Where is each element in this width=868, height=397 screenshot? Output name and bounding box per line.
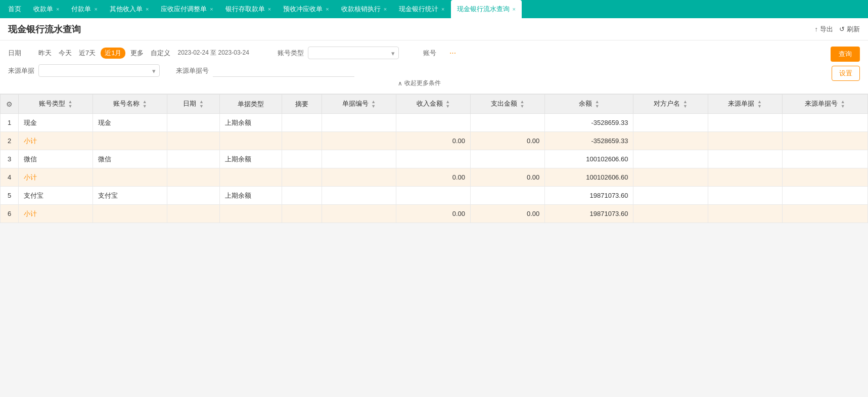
collapse-label: 收起更多条件 — [404, 79, 441, 87]
column-doc-no[interactable]: 单据编号 ▲▼ — [322, 95, 396, 114]
nav-payment-label: 付款单 — [71, 0, 91, 18]
table-row[interactable]: 3微信微信上期余额100102606.60 — [1, 150, 868, 168]
table-row[interactable]: 2小计0.000.00-3528659.33 — [1, 132, 868, 150]
column-gear: ⚙ — [1, 95, 19, 114]
refresh-icon: ↺ — [839, 25, 845, 33]
nav-item-advance[interactable]: 预收冲应收单 × — [277, 0, 335, 18]
account-type-select-wrapper — [308, 47, 399, 59]
export-button[interactable]: ↑ 导出 — [815, 25, 834, 34]
query-button[interactable]: 查询 — [831, 47, 860, 62]
date-label: 日期 — [8, 49, 28, 58]
table-gear-icon[interactable]: ⚙ — [6, 100, 13, 108]
filter-right-actions: 查询 设置 — [831, 47, 860, 81]
table-row[interactable]: 5支付宝支付宝上期余额19871073.60 — [1, 187, 868, 205]
sort-source-doc-no: ▲▼ — [841, 100, 845, 109]
nav-payment-close[interactable]: × — [94, 0, 97, 18]
filter-area: 日期 昨天 今天 近7天 近1月 更多 自定义 2023-02-24 至 202… — [0, 40, 868, 94]
nav-item-bank-deposit[interactable]: 银行存取款单 × — [219, 0, 277, 18]
table-row[interactable]: 1现金现金上期余额-3528659.33 — [1, 114, 868, 132]
date-opt-more[interactable]: 更多 — [128, 48, 146, 59]
nav-bank-deposit-close[interactable]: × — [268, 0, 271, 18]
nav-home-label: 首页 — [8, 0, 21, 18]
nav-item-home[interactable]: 首页 — [2, 0, 27, 18]
table-body: 1现金现金上期余额-3528659.332小计0.000.00-3528659.… — [1, 114, 868, 223]
account-type-select[interactable] — [308, 47, 399, 59]
nav-cash-flow-close[interactable]: × — [513, 0, 516, 18]
sort-source-doc: ▲▼ — [757, 100, 762, 109]
nav-ar-ap-close[interactable]: × — [210, 0, 213, 18]
column-account-type[interactable]: 账号类型 ▲▼ — [19, 95, 93, 114]
date-opt-1month[interactable]: 近1月 — [101, 48, 125, 59]
collapse-row: ∧ 收起更多条件 — [8, 79, 831, 87]
source-doc-select-wrapper — [38, 64, 160, 77]
collapse-icon: ∧ — [398, 80, 402, 87]
column-source-doc-no[interactable]: 来源单据号 ▲▼ — [782, 95, 867, 114]
refresh-label: 刷新 — [847, 25, 860, 34]
source-doc-group: 来源单据 — [8, 64, 160, 77]
source-doc-label: 来源单据 — [8, 66, 34, 75]
export-label: 导出 — [820, 25, 833, 34]
column-expense[interactable]: 支出金额 ▲▼ — [471, 95, 545, 114]
sort-date: ▲▼ — [199, 100, 204, 109]
nav-cash-stats-label: 现金银行统计 — [399, 0, 438, 18]
column-source-doc[interactable]: 来源单据 ▲▼ — [708, 95, 782, 114]
nav-item-ar-ap[interactable]: 应收应付调整单 × — [155, 0, 219, 18]
export-icon: ↑ — [815, 25, 818, 33]
sort-expense: ▲▼ — [520, 100, 525, 109]
filter-row-2: 来源单据 来源单据号 — [8, 64, 831, 77]
nav-item-payment[interactable]: 付款单 × — [65, 0, 103, 18]
nav-item-verify[interactable]: 收款核销执行 × — [335, 0, 393, 18]
sort-income: ▲▼ — [445, 100, 450, 109]
sort-doc-no: ▲▼ — [371, 100, 376, 109]
column-balance[interactable]: 余额 ▲▼ — [545, 95, 633, 114]
main-table: ⚙ 账号类型 ▲▼ 账号名称 ▲▼ 日期 ▲▼ 单据类型 摘 — [0, 94, 868, 223]
source-doc-select[interactable] — [38, 64, 160, 77]
table-header: ⚙ 账号类型 ▲▼ 账号名称 ▲▼ 日期 ▲▼ 单据类型 摘 — [1, 95, 868, 114]
nav-receipt-close[interactable]: × — [56, 0, 59, 18]
account-label: 账号 — [423, 49, 443, 58]
account-type-label: 账号类型 — [278, 49, 304, 58]
nav-item-cash-flow[interactable]: 现金银行流水查询 × — [451, 0, 522, 18]
nav-item-other-income[interactable]: 其他收入单 × — [104, 0, 155, 18]
date-opt-custom[interactable]: 自定义 — [149, 48, 172, 59]
table-row[interactable]: 4小计0.000.00100102606.60 — [1, 168, 868, 187]
date-opt-yesterday[interactable]: 昨天 — [36, 48, 54, 59]
nav-bank-deposit-label: 银行存取款单 — [225, 0, 265, 18]
nav-verify-close[interactable]: × — [384, 0, 387, 18]
column-doc-type: 单据类型 — [219, 95, 282, 114]
header-actions: ↑ 导出 ↺ 刷新 — [815, 25, 860, 34]
settings-button[interactable]: 设置 — [832, 66, 860, 81]
nav-other-income-label: 其他收入单 — [110, 0, 143, 18]
nav-item-receipt[interactable]: 收款单 × — [27, 0, 65, 18]
table-row[interactable]: 6小计0.000.0019871073.60 — [1, 205, 868, 223]
date-opt-7days[interactable]: 近7天 — [77, 48, 98, 59]
date-range-display: 2023-02-24 至 2023-03-24 — [177, 49, 249, 57]
nav-ar-ap-label: 应收应付调整单 — [161, 0, 207, 18]
page-header: 现金银行流水查询 ↑ 导出 ↺ 刷新 — [0, 18, 868, 40]
collapse-button[interactable]: ∧ 收起更多条件 — [398, 79, 441, 87]
nav-advance-close[interactable]: × — [326, 0, 329, 18]
page-title: 现金银行流水查询 — [8, 23, 81, 35]
column-summary: 摘要 — [282, 95, 322, 114]
account-dots-button[interactable]: ··· — [447, 49, 458, 58]
nav-other-income-close[interactable]: × — [146, 0, 149, 18]
nav-receipt-label: 收款单 — [33, 0, 53, 18]
date-opt-today[interactable]: 今天 — [57, 48, 74, 59]
nav-cash-stats-close[interactable]: × — [441, 0, 444, 18]
source-doc-no-label: 来源单据号 — [176, 66, 209, 75]
date-options: 昨天 今天 近7天 近1月 更多 自定义 2023-02-24 至 2023-0… — [36, 48, 249, 59]
refresh-button[interactable]: ↺ 刷新 — [839, 25, 860, 34]
top-nav: 首页 收款单 × 付款单 × 其他收入单 × 应收应付调整单 × 银行存取款单 … — [0, 0, 868, 18]
column-counterpart[interactable]: 对方户名 ▲▼ — [633, 95, 708, 114]
sort-account-name: ▲▼ — [143, 100, 147, 109]
column-account-name[interactable]: 账号名称 ▲▼ — [93, 95, 167, 114]
nav-item-cash-stats[interactable]: 现金银行统计 × — [393, 0, 450, 18]
column-date[interactable]: 日期 ▲▼ — [167, 95, 219, 114]
table-container: ⚙ 账号类型 ▲▼ 账号名称 ▲▼ 日期 ▲▼ 单据类型 摘 — [0, 94, 868, 223]
column-income[interactable]: 收入金额 ▲▼ — [396, 95, 470, 114]
nav-cash-flow-label: 现金银行流水查询 — [457, 0, 510, 18]
source-doc-no-group: 来源单据号 — [176, 65, 354, 77]
source-doc-no-input[interactable] — [213, 65, 354, 77]
sort-account-type: ▲▼ — [68, 100, 72, 109]
filter-row-1: 日期 昨天 今天 近7天 近1月 更多 自定义 2023-02-24 至 202… — [8, 47, 831, 59]
